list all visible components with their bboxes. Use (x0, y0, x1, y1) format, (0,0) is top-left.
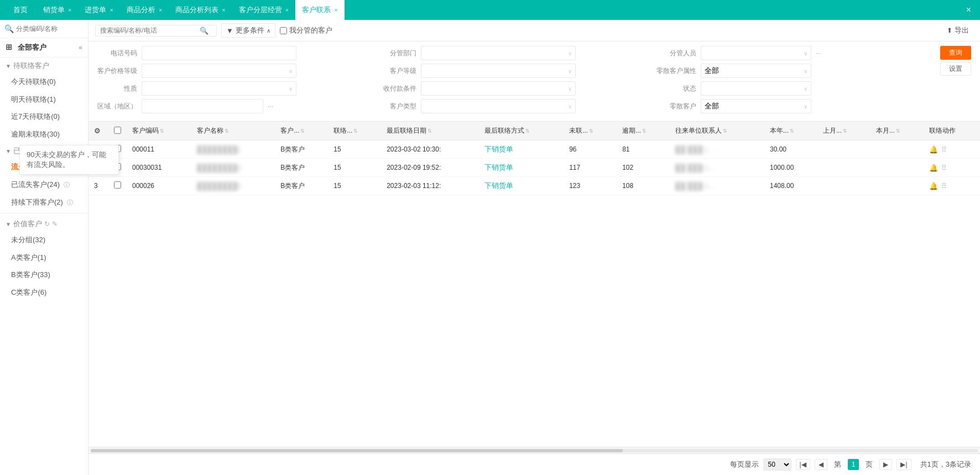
cell-action: 🔔 ⠿ (924, 140, 980, 159)
cell-action: 🔔 ⠿ (924, 177, 980, 195)
my-customers-checkbox-label[interactable]: 我分管的客户 (280, 25, 332, 35)
cell-current-month (870, 140, 924, 159)
info-icon2: ⓘ (64, 181, 70, 188)
nav-home-label: 首页 (13, 5, 28, 15)
th-current-year[interactable]: 本年...⇅ (764, 122, 817, 140)
first-page-btn[interactable]: |◀ (796, 459, 810, 470)
sidebar-all-customers[interactable]: ⊞ 全部客户 « (0, 38, 88, 58)
class-a-label: A类客户(1) (11, 253, 46, 262)
settings-button[interactable]: 设置 (940, 62, 971, 76)
settings-icon[interactable]: ⚙ (94, 127, 101, 135)
nav-customer-contact-close[interactable]: × (334, 7, 337, 13)
th-contact-person[interactable]: 往来单位联系人⇅ (670, 122, 764, 140)
sidebar-item-ungrouped[interactable]: 未分组(32) (0, 231, 88, 249)
sidebar-collapse-icon[interactable]: « (79, 44, 82, 51)
sidebar-item-today-pending[interactable]: 今天待联络(0) (0, 73, 88, 91)
more-action-icon[interactable]: ⠿ (941, 182, 947, 190)
region-more-icon[interactable]: ··· (263, 102, 278, 110)
sidebar-item-already-lost[interactable]: 已流失客户(24) ⓘ (0, 176, 88, 194)
retail-attr-select[interactable]: 全部 ∨ (701, 64, 811, 78)
sidebar-item-overdue-pending[interactable]: 逾期未联络(30) (0, 126, 88, 143)
payment-chevron-icon: ∨ (568, 86, 572, 92)
nav-purchase-close[interactable]: × (110, 7, 113, 13)
horizontal-scrollbar[interactable] (88, 447, 980, 453)
query-button[interactable]: 查询 (940, 46, 971, 60)
region-select[interactable] (142, 99, 263, 113)
person-more-icon[interactable]: ··· (811, 49, 826, 57)
cell-check[interactable] (108, 177, 127, 195)
row-checkbox[interactable] (114, 181, 121, 189)
th-last-contact-date[interactable]: 最后联络日期⇅ (381, 122, 479, 140)
more-filters-btn[interactable]: ▼ 更多条件 ∧ (221, 23, 275, 38)
search-input[interactable] (100, 27, 200, 34)
nav-customer-contact[interactable]: 客户联系 × (295, 0, 344, 20)
more-action-icon[interactable]: ⠿ (941, 145, 947, 154)
sidebar-section-pending[interactable]: ▼ 待联络客户 (0, 58, 88, 73)
th-settings[interactable]: ⚙ (88, 122, 108, 140)
th-contact-count[interactable]: 联络...⇅ (328, 122, 381, 140)
nav-customer-segmentation[interactable]: 客户分层经营 × (232, 0, 295, 20)
th-level[interactable]: 客户...⇅ (275, 122, 328, 140)
price-level-select[interactable]: ∨ (142, 64, 296, 78)
th-name[interactable]: 客户名称⇅ (191, 122, 275, 140)
customer-type-select[interactable]: ∨ (421, 99, 576, 113)
select-all-checkbox[interactable] (114, 127, 121, 134)
nav-customer-segmentation-close[interactable]: × (285, 7, 289, 13)
prev-page-btn[interactable]: ◀ (815, 459, 827, 470)
customer-level-select[interactable]: ∨ (421, 64, 576, 78)
nav-goods-analysis-list-close[interactable]: × (222, 7, 225, 13)
sidebar-item-class-a[interactable]: A类客户(1) (0, 249, 88, 267)
cell-last-contact-method[interactable]: 下销货单 (479, 140, 564, 159)
sidebar-item-declining[interactable]: 持续下滑客户(2) ⓘ (0, 194, 88, 211)
person-select[interactable]: ∨ (701, 46, 811, 60)
contact-action-icon[interactable]: 🔔 (929, 164, 938, 172)
th-last-month[interactable]: 上月...⇅ (817, 122, 870, 140)
th-overdue[interactable]: 逾期...⇅ (617, 122, 670, 140)
sidebar-section-value[interactable]: ▼ 价值客户 ↻ ✎ (0, 216, 88, 231)
nav-sales-close[interactable]: × (68, 7, 71, 13)
sidebar-item-week-pending[interactable]: 近7天待联络(0) (0, 108, 88, 126)
nav-purchase[interactable]: 进货单 × (78, 0, 119, 20)
more-action-icon[interactable]: ⠿ (941, 164, 947, 172)
th-last-contact-method[interactable]: 最后联络方式⇅ (479, 122, 564, 140)
contact-method-link[interactable]: 下销货单 (484, 145, 513, 153)
sidebar-item-class-c[interactable]: C类客户(6) (0, 284, 88, 301)
export-button[interactable]: ⬆ 导出 (942, 24, 973, 37)
retail-customer-select[interactable]: 全部 ∨ (701, 99, 811, 113)
scrollbar-thumb[interactable] (91, 449, 623, 452)
nature-select[interactable]: ∨ (142, 81, 296, 96)
per-page-select[interactable]: 50 100 200 (763, 458, 791, 471)
status-select[interactable]: ∨ (701, 81, 811, 96)
th-uncontacted[interactable]: 未联...⇅ (564, 122, 617, 140)
th-current-month[interactable]: 本月...⇅ (870, 122, 924, 140)
edit-icon[interactable]: ✎ (52, 220, 58, 228)
contact-action-icon[interactable]: 🔔 (929, 145, 938, 154)
nav-sales[interactable]: 销货单 × (37, 0, 78, 20)
sidebar-item-class-b[interactable]: B类客户(33) (0, 266, 88, 284)
payment-select[interactable]: ∨ (421, 81, 576, 96)
nav-goods-analysis-list[interactable]: 商品分析列表 × (169, 0, 232, 20)
filter-row-2: 客户价格等级 ∨ 客户等级 ∨ (97, 64, 936, 78)
filter-dept: 分管部门 ∨ (377, 46, 656, 60)
contact-method-link[interactable]: 下销货单 (484, 181, 513, 190)
th-code[interactable]: 客户编码⇅ (127, 122, 191, 140)
contact-method-link[interactable]: 下销货单 (484, 163, 513, 171)
contact-action-icon[interactable]: 🔔 (929, 182, 938, 190)
phone-input[interactable] (142, 46, 296, 60)
sidebar-search-input[interactable] (16, 25, 84, 33)
cell-last-contact-method[interactable]: 下销货单 (479, 159, 564, 177)
next-page-btn[interactable]: ▶ (879, 459, 892, 470)
sidebar-item-tomorrow-pending[interactable]: 明天待联络(1) (0, 91, 88, 108)
refresh-icon[interactable]: ↻ (44, 220, 50, 228)
dept-select[interactable]: ∨ (421, 46, 576, 60)
last-page-btn[interactable]: ▶| (896, 459, 911, 470)
th-check[interactable] (108, 122, 127, 140)
nav-goods-analysis[interactable]: 商品分析 × (120, 0, 169, 20)
my-customers-checkbox[interactable] (280, 27, 287, 34)
nav-home[interactable]: 首页 (4, 0, 37, 20)
close-all-button[interactable]: × (966, 5, 976, 15)
search-icon[interactable]: 🔍 (200, 27, 208, 35)
cell-last-contact-method[interactable]: 下销货单 (479, 177, 564, 195)
nav-goods-analysis-close[interactable]: × (159, 7, 162, 13)
current-page-btn[interactable]: 1 (848, 459, 859, 470)
